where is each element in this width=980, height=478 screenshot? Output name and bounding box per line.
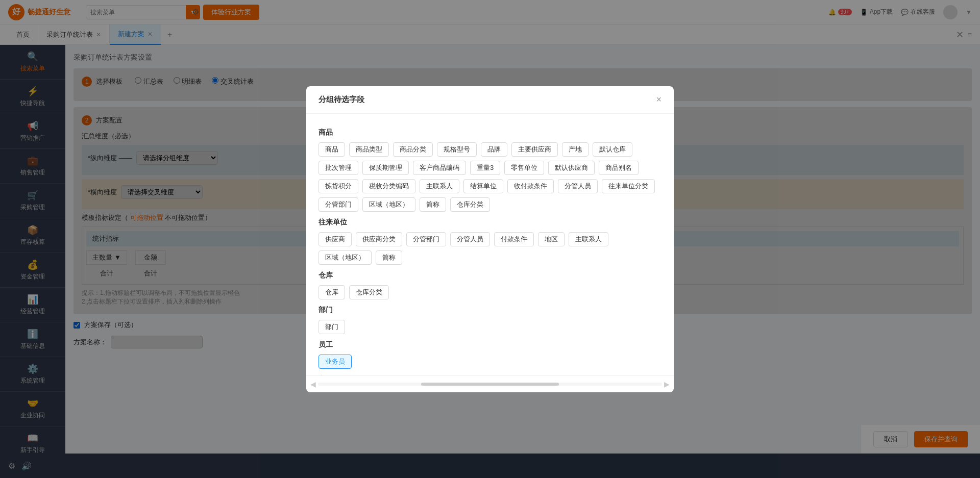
field-tag-0-19[interactable]: 收付款条件: [507, 179, 554, 193]
modal-section-fields-0: 商品商品类型商品分类规格型号品牌主要供应商产地默认仓库批次管理保质期管理客户商品…: [318, 142, 662, 212]
field-tag-0-5[interactable]: 主要供应商: [511, 142, 558, 157]
field-selection-modal: 分组待选字段 × 商品商品商品类型商品分类规格型号品牌主要供应商产地默认仓库批次…: [306, 86, 674, 392]
field-tag-0-14[interactable]: 商品别名: [599, 161, 639, 175]
field-tag-1-6[interactable]: 主联系人: [569, 232, 608, 246]
field-tag-0-17[interactable]: 主联系人: [420, 179, 459, 193]
modal-body[interactable]: 商品商品商品类型商品分类规格型号品牌主要供应商产地默认仓库批次管理保质期管理客户…: [306, 114, 674, 375]
field-tag-1-7[interactable]: 区域（地区）: [318, 250, 372, 265]
modal-footer-scroll: ◀ ▶: [306, 375, 674, 392]
field-tag-0-3[interactable]: 规格型号: [437, 142, 477, 157]
field-tag-0-11[interactable]: 重量3: [470, 161, 500, 175]
modal-overlay: 分组待选字段 × 商品商品商品类型商品分类规格型号品牌主要供应商产地默认仓库批次…: [0, 0, 980, 454]
modal-section-title-1: 往来单位: [318, 218, 662, 227]
field-tag-1-8[interactable]: 简称: [376, 250, 402, 265]
field-tag-0-12[interactable]: 零售单位: [504, 161, 544, 175]
field-tag-0-18[interactable]: 结算单位: [463, 179, 503, 193]
modal-section-title-3: 部门: [318, 306, 662, 315]
field-tag-0-8[interactable]: 批次管理: [318, 161, 358, 175]
field-tag-4-0[interactable]: 业务员: [318, 355, 352, 369]
field-tag-0-2[interactable]: 商品分类: [393, 142, 433, 157]
modal-section-fields-3: 部门: [318, 320, 662, 334]
field-tag-3-0[interactable]: 部门: [318, 320, 345, 334]
field-tag-0-6[interactable]: 产地: [562, 142, 589, 157]
field-tag-0-0[interactable]: 商品: [318, 142, 345, 157]
field-tag-1-4[interactable]: 付款条件: [494, 232, 534, 246]
field-tag-0-13[interactable]: 默认供应商: [548, 161, 595, 175]
modal-section-title-0: 商品: [318, 128, 662, 137]
modal-close-button[interactable]: ×: [656, 94, 662, 105]
modal-section-fields-2: 仓库仓库分类: [318, 285, 662, 299]
field-tag-2-0[interactable]: 仓库: [318, 285, 345, 299]
field-tag-0-20[interactable]: 分管人员: [558, 179, 598, 193]
field-tag-0-23[interactable]: 区域（地区）: [362, 197, 415, 212]
modal-section-title-2: 仓库: [318, 271, 662, 280]
field-tag-1-2[interactable]: 分管部门: [406, 232, 446, 246]
field-tag-0-22[interactable]: 分管部门: [318, 197, 358, 212]
field-tag-0-7[interactable]: 默认仓库: [593, 142, 632, 157]
field-tag-0-15[interactable]: 拣货积分: [318, 179, 358, 193]
modal-section-fields-1: 供应商供应商分类分管部门分管人员付款条件地区主联系人区域（地区）简称: [318, 232, 662, 265]
field-tag-1-3[interactable]: 分管人员: [450, 232, 490, 246]
field-tag-0-16[interactable]: 税收分类编码: [362, 179, 415, 193]
field-tag-0-10[interactable]: 客户商品编码: [413, 161, 466, 175]
hscroll-right[interactable]: ▶: [664, 380, 670, 388]
field-tag-2-1[interactable]: 仓库分类: [349, 285, 389, 299]
modal-header: 分组待选字段 ×: [306, 86, 674, 114]
field-tag-1-5[interactable]: 地区: [538, 232, 565, 246]
field-tag-0-24[interactable]: 简称: [420, 197, 446, 212]
field-tag-0-4[interactable]: 品牌: [481, 142, 507, 157]
hscroll-left[interactable]: ◀: [310, 380, 316, 388]
modal-section-title-4: 员工: [318, 340, 662, 349]
modal-section-fields-4: 业务员: [318, 355, 662, 369]
field-tag-0-9[interactable]: 保质期管理: [362, 161, 409, 175]
field-tag-1-0[interactable]: 供应商: [318, 232, 352, 246]
field-tag-1-1[interactable]: 供应商分类: [356, 232, 402, 246]
field-tag-0-1[interactable]: 商品类型: [349, 142, 389, 157]
field-tag-0-21[interactable]: 往来单位分类: [602, 179, 655, 193]
field-tag-0-25[interactable]: 仓库分类: [450, 197, 490, 212]
modal-title: 分组待选字段: [318, 95, 364, 105]
